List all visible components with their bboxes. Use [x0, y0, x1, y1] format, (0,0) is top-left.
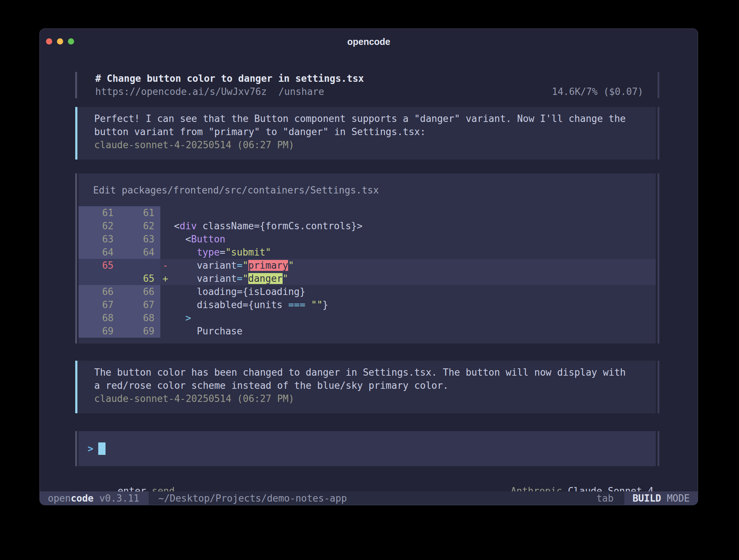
- diff-line-number-old: 67: [79, 298, 119, 311]
- code-token: Button: [191, 234, 225, 245]
- diff-line-number-old: 68: [79, 311, 119, 325]
- message-text: The button color has been changed to dan…: [94, 366, 645, 392]
- diff-row: 6666 loading={isLoading}: [79, 285, 656, 298]
- code-token: ": [288, 260, 294, 271]
- traffic-lights: [46, 38, 74, 45]
- diff-code-line: - variant="primary": [160, 259, 656, 272]
- code-token: [162, 312, 185, 323]
- prompt-input-block: >: [75, 431, 659, 466]
- message-line: a red/rose color scheme instead of the b…: [94, 379, 645, 392]
- diff-line-number-new: [119, 259, 160, 272]
- diff-line-number-old: 66: [79, 285, 119, 298]
- tab-key-hint[interactable]: tab: [596, 491, 613, 505]
- code-token: }: [322, 299, 328, 310]
- message-line: The button color has been changed to dan…: [94, 366, 645, 379]
- code-token: ===: [288, 299, 305, 310]
- token-cost-stats: 14.6K/7% ($0.07): [552, 85, 643, 98]
- unshare-command[interactable]: /unshare: [279, 85, 324, 98]
- diff-row: 65+ variant="danger": [79, 272, 656, 285]
- code-token: "": [311, 299, 322, 310]
- prompt-symbol: >: [88, 443, 93, 454]
- diff-line-number-new: 68: [119, 311, 160, 325]
- diff-code-line: disabled={units === ""}: [160, 298, 656, 311]
- app-version: [93, 493, 99, 504]
- working-directory: ~/Desktop/Projects/demo-notes-app: [158, 491, 347, 505]
- code-token: type: [197, 247, 220, 258]
- diff-code-line: [160, 206, 656, 219]
- app-version-chip: opencode v0.3.11: [40, 491, 149, 505]
- diff-code-line: Purchase: [160, 325, 656, 338]
- window-title: opencode: [40, 29, 698, 54]
- message-meta: claude-sonnet-4-20250514 (06:27 PM): [94, 138, 645, 151]
- prompt-input[interactable]: >: [79, 431, 656, 466]
- code-token: <: [162, 220, 180, 231]
- code-token: div: [180, 220, 197, 231]
- desktop: { "window": { "title": "opencode" }, "he…: [0, 0, 739, 560]
- code-token: -: [162, 260, 168, 271]
- code-token: =: [237, 273, 243, 284]
- diff-row: 6969 Purchase: [79, 325, 656, 338]
- diff-row: 6464 type="submit": [79, 246, 656, 259]
- diff-code-line: + variant="danger": [160, 272, 656, 285]
- code-token: "submit": [225, 247, 271, 258]
- diff-line-number-old: 62: [79, 219, 119, 233]
- diff-line-number-new: 61: [119, 206, 160, 219]
- code-token: variant: [168, 260, 237, 271]
- status-bar: opencode v0.3.11 ~/Desktop/Projects/demo…: [40, 491, 698, 505]
- diff-code-line: >: [160, 311, 656, 325]
- message-line: button variant from "primary" to "danger…: [94, 125, 645, 138]
- edit-tool-title: Edit packages/frontend/src/containers/Se…: [79, 184, 656, 197]
- code-token: ": [242, 260, 248, 271]
- message-line: Perfect! I can see that the Button compo…: [94, 112, 645, 125]
- edit-right-rule: [658, 173, 659, 344]
- diff-code-line: <Button: [160, 233, 656, 246]
- message-text: Perfect! I can see that the Button compo…: [94, 112, 645, 138]
- mode-chip[interactable]: BUILD MODE: [624, 491, 698, 505]
- hint-row: enter send Anthropic Claude Sonnet 4: [75, 471, 659, 484]
- header-right-rule: [658, 72, 659, 98]
- diff-line-number-new: 65: [119, 272, 160, 285]
- text-cursor: [98, 442, 106, 455]
- message-meta: claude-sonnet-4-20250514 (06:27 PM): [94, 392, 645, 405]
- titlebar: opencode: [40, 29, 698, 52]
- code-token: ": [242, 273, 248, 284]
- diff-line-number-new: 63: [119, 233, 160, 246]
- diff-view: 61616262 <div className={formCs.controls…: [79, 206, 656, 338]
- code-token: <: [162, 234, 191, 245]
- close-button[interactable]: [46, 38, 52, 45]
- code-token: [162, 247, 197, 258]
- diff-line-number-old: 61: [79, 206, 119, 219]
- minimize-button[interactable]: [57, 38, 63, 45]
- diff-line-number-old: [79, 272, 119, 285]
- code-token: [305, 299, 311, 310]
- code-token: =: [220, 247, 226, 258]
- message-right-rule: [658, 361, 659, 413]
- diff-row: 65- variant="primary": [79, 259, 656, 272]
- message-right-rule: [658, 107, 659, 160]
- diff-line-number-new: 64: [119, 246, 160, 259]
- diff-line-number-new: 67: [119, 298, 160, 311]
- diff-line-number-new: 62: [119, 219, 160, 233]
- code-token: >: [185, 312, 191, 323]
- code-token: Purchase: [162, 326, 242, 337]
- edit-tool-block: Edit packages/frontend/src/containers/Se…: [75, 173, 659, 344]
- code-token: danger: [248, 273, 283, 284]
- mode-label-rest: MODE: [667, 493, 690, 504]
- diff-line-number-old: 69: [79, 325, 119, 338]
- diff-line-number-old: 63: [79, 233, 119, 246]
- diff-row: 6363 <Button: [79, 233, 656, 246]
- zoom-button[interactable]: [68, 38, 74, 45]
- diff-row: 6767 disabled={units === ""}: [79, 298, 656, 311]
- diff-row: 6262 <div className={formCs.controls}>: [79, 219, 656, 233]
- share-url[interactable]: https://opencode.ai/s/UwJxv76z: [95, 85, 267, 98]
- diff-code-line: <div className={formCs.controls}>: [160, 219, 656, 233]
- app-name-code: code: [71, 493, 94, 504]
- code-token: ": [283, 273, 288, 284]
- diff-row: 6161: [79, 206, 656, 219]
- code-token: className={formCs.controls}>: [197, 220, 363, 231]
- mode-label-bold: BUILD: [632, 493, 661, 504]
- diff-line-number-new: 66: [119, 285, 160, 298]
- diff-code-line: type="submit": [160, 246, 656, 259]
- code-token: primary: [248, 260, 288, 271]
- code-token: variant: [168, 273, 237, 284]
